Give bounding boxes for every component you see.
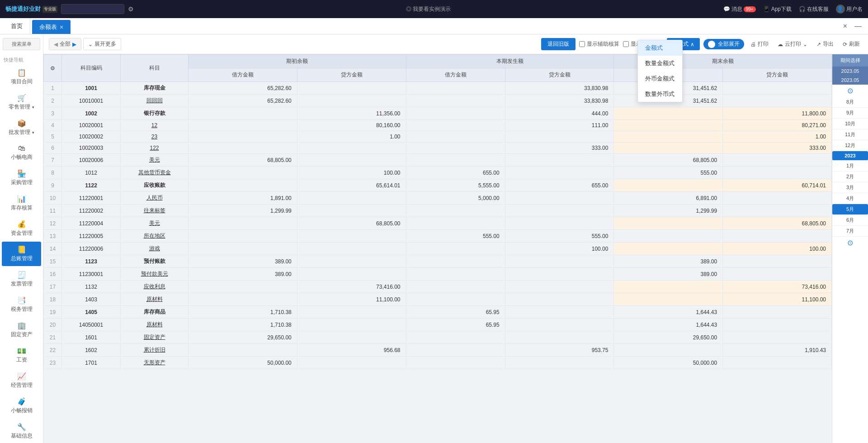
cell-subject[interactable]: 游戏 (121, 243, 189, 255)
table-row[interactable]: 13 11220005 所在地区 555.00 555.00 (44, 230, 832, 243)
close-tab-icon[interactable]: × (60, 24, 63, 31)
sidebar-item-wholesale[interactable]: 📦 批发管理 ▾ (2, 115, 41, 140)
cell-subject[interactable]: 预付账款 (121, 255, 189, 268)
table-row[interactable]: 14 11220006 游戏 100.00 100.00 (44, 243, 832, 255)
sidebar-item-project[interactable]: 📋 项目合同 (2, 65, 41, 89)
sidebar-item-ledger[interactable]: 📒 总账管理 (2, 242, 41, 266)
sidebar-item-finance[interactable]: 💰 资金管理 (2, 216, 41, 241)
table-row[interactable]: 8 1012 其他货币资金 100.00 655.00 555.00 (44, 167, 832, 179)
table-row[interactable]: 17 1132 应收利息 73,416.00 73,416.00 (44, 281, 832, 293)
tab-home[interactable]: 首页 (4, 18, 30, 34)
return-old-version-button[interactable]: 退回旧版 (541, 38, 576, 50)
check-aux-label[interactable]: 显示辅助核算 (579, 40, 619, 48)
sidebar-item-basic-info[interactable]: 🔧 基础信息 (2, 419, 41, 443)
cell-subject[interactable]: 银行存款 (121, 107, 189, 120)
export-button[interactable]: ↗ 导出 (814, 38, 836, 50)
demo-link[interactable]: ◎ 我要看实例演示 (406, 5, 451, 13)
table-row[interactable]: 7 10020006 美元 68,805.00 68,805.00 (44, 154, 832, 167)
minimize-button[interactable]: — (852, 21, 864, 31)
cell-subject[interactable]: 无形资产 (121, 357, 189, 369)
month-5[interactable]: 5月 (832, 204, 868, 215)
table-row[interactable]: 22 1602 累计折旧 956.68 953.75 1,910.43 (44, 344, 832, 357)
table-row[interactable]: 10 11220001 人民币 1,891.00 5,000.00 6,891.… (44, 192, 832, 205)
sidebar-item-management[interactable]: 📈 经营管理 (2, 368, 41, 393)
sidebar-item-ecommerce[interactable]: 🛍 小畅电商 (2, 141, 41, 165)
month-6[interactable]: 6月 (832, 215, 868, 226)
refresh-button[interactable]: ⟳ 刷新 (840, 38, 863, 50)
cell-subject[interactable]: 美元 (121, 154, 189, 167)
app-download-item[interactable]: 📱 App下载 (763, 5, 792, 13)
month-8[interactable]: 8月 (832, 97, 868, 108)
cell-subject[interactable]: 所在地区 (121, 230, 189, 243)
table-row[interactable]: 21 1601 固定资产 29,650.00 29,650.00 (44, 331, 832, 344)
cell-subject[interactable]: 人民币 (121, 192, 189, 205)
online-service-item[interactable]: 🎧 在线客服 (799, 5, 829, 13)
sidebar-item-expense[interactable]: 🧳 小畅报销 (2, 394, 41, 418)
table-row[interactable]: 3 1002 银行存款 11,356.00 444.00 11,800.00 (44, 107, 832, 120)
month-12[interactable]: 12月 (832, 140, 868, 151)
cell-subject[interactable]: 往来标签 (121, 205, 189, 217)
sidebar-item-retail[interactable]: 🛒 零售管理 ▾ (2, 90, 41, 114)
check-year-input[interactable] (623, 41, 629, 47)
sidebar-item-salary[interactable]: 💵 工资 (2, 343, 41, 367)
search-menu-button[interactable]: 搜索菜单 (3, 38, 40, 50)
table-row[interactable]: 20 14050001 原材料 1,710.38 65.95 1,644.43 (44, 319, 832, 331)
cell-subject[interactable]: 122 (121, 143, 189, 154)
table-row[interactable]: 18 1403 原材料 11,100.00 11,100.00 (44, 293, 832, 306)
message-item[interactable]: 💬 消息 99+ (723, 5, 756, 13)
table-row[interactable]: 5 10020002 23 1.00 1.00 (44, 131, 832, 143)
scroll-down-arrow[interactable]: ⊙ (832, 237, 868, 249)
tab-balance-sheet[interactable]: 余额表 × (32, 20, 71, 34)
month-11[interactable]: 11月 (832, 129, 868, 140)
sidebar-item-purchase[interactable]: 🏪 采购管理 (2, 166, 41, 190)
month-7[interactable]: 7月 (832, 226, 868, 237)
cell-subject[interactable]: 回回回 (121, 95, 189, 107)
dropdown-item-qty-foreign[interactable]: 数量外币式 (638, 86, 682, 102)
cell-subject[interactable]: 23 (121, 131, 189, 143)
cell-subject[interactable]: 累计折旧 (121, 344, 189, 357)
period-year-prev[interactable]: 2023.05 (832, 67, 868, 76)
month-9[interactable]: 9月 (832, 108, 868, 119)
table-row[interactable]: 2 10010001 回回回 65,282.60 33,830.98 31,45… (44, 95, 832, 107)
table-row[interactable]: 6 10020003 122 333.00 333.00 (44, 143, 832, 154)
user-item[interactable]: 👤 用户名 (836, 5, 863, 14)
month-10[interactable]: 10月 (832, 119, 868, 129)
table-row[interactable]: 15 1123 预付账款 389.00 389.00 (44, 255, 832, 268)
balance-table-wrapper[interactable]: ⚙ 科目编码 科目 期初余额 本期发生额 期末余额 借方金额 贷方金额 借方金额… (43, 54, 868, 443)
table-row[interactable]: 9 1122 应收账款 65,614.01 5,555.00 655.00 60… (44, 179, 832, 192)
expand-all-toggle[interactable]: 全部展开 (703, 39, 744, 49)
sidebar-item-tax[interactable]: 📑 税务管理 (2, 292, 41, 317)
table-settings-icon[interactable]: ⚙ (50, 65, 55, 71)
scroll-up-arrow[interactable]: ⊙ (832, 85, 868, 97)
cell-subject[interactable]: 应收利息 (121, 281, 189, 293)
cell-subject[interactable]: 应收账款 (121, 179, 189, 192)
cloud-print-button[interactable]: ☁ 云打印 ⌄ (775, 38, 810, 50)
cell-subject[interactable]: 库存现金 (121, 82, 189, 95)
search-input[interactable] (61, 4, 124, 14)
dropdown-item-foreign-amount[interactable]: 外币金额式 (638, 71, 682, 86)
table-row[interactable]: 19 1405 库存商品 1,710.38 65.95 1,644.43 (44, 306, 832, 319)
cell-subject[interactable]: 原材料 (121, 293, 189, 306)
table-row[interactable]: 4 10020001 12 80,160.00 111.00 80,271.00 (44, 120, 832, 131)
filter-all-button[interactable]: ◀ 全部 ▶ (49, 38, 81, 50)
month-2[interactable]: 2月 (832, 171, 868, 182)
year-2023[interactable]: 2023 (832, 151, 868, 161)
expand-more-button[interactable]: ⌄ 展开更多 (83, 38, 121, 50)
dropdown-item-qty-amount[interactable]: 数量金额式 (638, 56, 682, 71)
cell-subject[interactable]: 预付款美元 (121, 268, 189, 281)
sidebar-item-inventory[interactable]: 📊 库存核算 (2, 191, 41, 215)
dropdown-item-amount[interactable]: 金额式 (638, 40, 682, 56)
cell-subject[interactable]: 美元 (121, 217, 189, 230)
table-row[interactable]: 23 1701 无形资产 50,000.00 50,000.00 (44, 357, 832, 369)
cell-subject[interactable]: 库存商品 (121, 306, 189, 319)
table-row[interactable]: 16 11230001 预付款美元 389.00 389.00 (44, 268, 832, 281)
gear-icon[interactable]: ⚙ (128, 5, 134, 13)
cell-subject[interactable]: 原材料 (121, 319, 189, 331)
table-row[interactable]: 12 11220004 美元 68,805.00 68,805.00 (44, 217, 832, 230)
table-row[interactable]: 11 11220002 往来标签 1,299.99 1,299.99 (44, 205, 832, 217)
month-3[interactable]: 3月 (832, 182, 868, 193)
month-1[interactable]: 1月 (832, 161, 868, 171)
cell-subject[interactable]: 其他货币资金 (121, 167, 189, 179)
th-settings[interactable]: ⚙ (44, 55, 62, 82)
sidebar-item-invoice[interactable]: 🧾 发票管理 (2, 267, 41, 291)
